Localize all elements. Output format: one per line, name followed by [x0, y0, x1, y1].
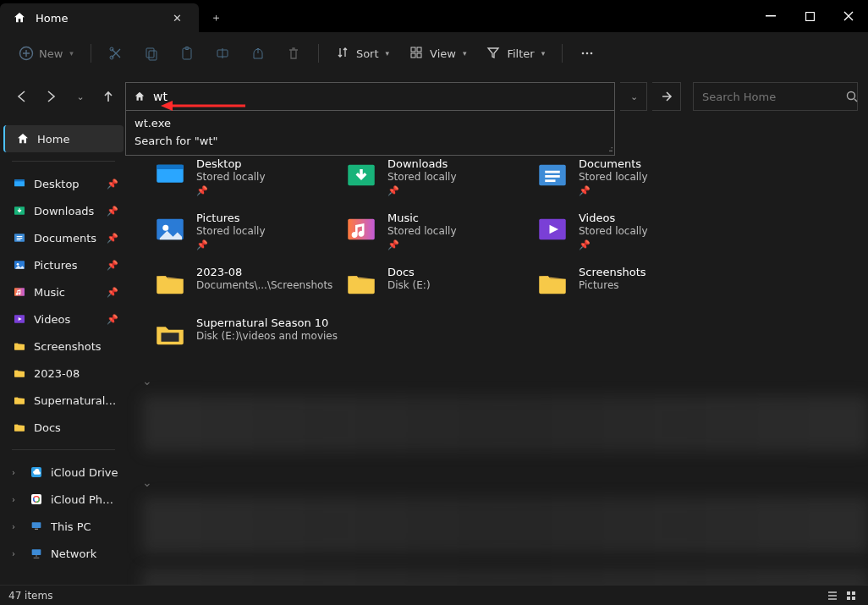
- tab-title: Home: [36, 12, 159, 25]
- sidebar-item-label: Desktop: [34, 178, 100, 190]
- svg-point-15: [586, 52, 589, 55]
- addressbar[interactable]: wt.exe Search for "wt" ..:: [125, 82, 615, 111]
- chevron-right-icon: ›: [12, 468, 20, 477]
- sidebar-item-desktop[interactable]: Desktop 📌: [0, 170, 127, 197]
- svg-rect-25: [17, 238, 23, 239]
- more-button[interactable]: [573, 41, 602, 66]
- documents-icon: [12, 230, 27, 245]
- delete-button[interactable]: [279, 41, 308, 66]
- share-button[interactable]: [244, 41, 272, 66]
- sidebar-item-network[interactable]: › Network: [0, 540, 127, 567]
- sidebar-item-label: Downloads: [34, 205, 100, 217]
- sidebar-item-this-pc[interactable]: › This PC: [0, 513, 127, 540]
- rename-icon: [215, 46, 230, 61]
- sidebar-item-home[interactable]: Home: [3, 125, 124, 152]
- pin-icon: 📌: [107, 260, 118, 271]
- folder-icon: [152, 266, 188, 301]
- blurred-row: [142, 498, 868, 553]
- address-history-button[interactable]: ⌄: [620, 82, 647, 111]
- suggestion-item[interactable]: Search for "wt": [126, 132, 614, 150]
- svg-rect-21: [14, 179, 25, 181]
- paste-button[interactable]: [173, 41, 201, 66]
- items-grid: Desktop Stored locally 📌 Downloads Store…: [152, 157, 868, 352]
- item-subtitle: Stored locally: [196, 225, 266, 237]
- folder-item[interactable]: Downloads Stored locally 📌: [343, 157, 530, 196]
- content: Desktop Stored locally 📌 Downloads Store…: [127, 118, 868, 585]
- minimize-button[interactable]: [751, 0, 790, 32]
- folder-item[interactable]: Documents Stored locally 📌: [535, 157, 721, 196]
- sidebar-item-supernatural-season-10[interactable]: Supernatural Season 10: [0, 387, 127, 414]
- folder-item[interactable]: Videos Stored locally 📌: [535, 212, 721, 250]
- svg-rect-11: [417, 47, 421, 52]
- sidebar-item-icloud-drive[interactable]: › iCloud Drive: [0, 459, 127, 486]
- back-button[interactable]: [10, 85, 34, 108]
- address-suggestions: wt.exe Search for "wt" ..:: [125, 111, 615, 156]
- item-subtitle: Documents\...\Screenshots: [196, 279, 332, 291]
- folder-item[interactable]: Pictures Stored locally 📌: [152, 212, 338, 250]
- chevron-down-icon[interactable]: ⌄: [142, 476, 868, 489]
- sidebar-item-docs[interactable]: Docs: [0, 414, 127, 441]
- svg-rect-24: [17, 236, 23, 237]
- separator: [12, 449, 115, 450]
- up-button[interactable]: [96, 85, 120, 108]
- folder-item[interactable]: Supernatural Season 10 Disk (E:)\videos …: [152, 316, 338, 352]
- plus-circle-icon: [19, 46, 34, 61]
- svg-rect-0: [766, 15, 776, 17]
- details-view-button[interactable]: [824, 588, 841, 603]
- sidebar-item-pictures[interactable]: Pictures 📌: [0, 251, 127, 278]
- pictures-icon: [152, 212, 188, 247]
- maximize-button[interactable]: [790, 0, 829, 32]
- copy-button[interactable]: [137, 41, 166, 66]
- folder-item[interactable]: Desktop Stored locally 📌: [152, 157, 338, 196]
- titlebar: Home ✕ ＋: [0, 0, 868, 32]
- svg-rect-13: [417, 53, 421, 58]
- chevron-down-icon: ▾: [69, 49, 74, 58]
- new-button[interactable]: New ▾: [12, 41, 80, 66]
- view-button[interactable]: View ▾: [403, 41, 473, 66]
- folder-item[interactable]: Music Stored locally 📌: [343, 212, 530, 250]
- sort-label: Sort: [356, 47, 379, 60]
- tab-close-button[interactable]: ✕: [168, 10, 187, 26]
- sidebar-item-icloud-photos[interactable]: › iCloud Photos: [0, 486, 127, 513]
- suggestion-item[interactable]: wt.exe: [126, 114, 614, 132]
- sidebar-item-screenshots[interactable]: Screenshots: [0, 333, 127, 360]
- sidebar-item-documents[interactable]: Documents 📌: [0, 224, 127, 251]
- searchbar[interactable]: [693, 82, 858, 111]
- icloud-drive-icon: [29, 465, 44, 480]
- folder-item[interactable]: Screenshots Pictures: [535, 266, 721, 301]
- network-icon: [29, 546, 44, 561]
- home-icon: [133, 90, 146, 103]
- filter-button[interactable]: Filter ▾: [480, 41, 552, 66]
- close-button[interactable]: [829, 0, 868, 32]
- folder-item[interactable]: Docs Disk (E:): [343, 266, 530, 301]
- sidebar-item-label: Network: [51, 547, 118, 560]
- sidebar-item-label: Documents: [34, 232, 100, 245]
- sidebar-item-2023-08[interactable]: 2023-08: [0, 360, 127, 387]
- recent-button[interactable]: ⌄: [68, 85, 91, 108]
- search-input[interactable]: [702, 91, 846, 103]
- copy-icon: [144, 46, 159, 61]
- tab-home[interactable]: Home ✕: [0, 3, 199, 32]
- item-count: 47 items: [8, 590, 52, 602]
- rename-button[interactable]: [208, 41, 237, 66]
- folder-icon: [12, 420, 27, 435]
- sidebar-item-music[interactable]: Music 📌: [0, 278, 127, 305]
- sort-button[interactable]: Sort ▾: [329, 41, 396, 66]
- pin-icon: 📌: [107, 179, 118, 190]
- new-tab-button[interactable]: ＋: [199, 3, 233, 32]
- address-go-button[interactable]: [652, 82, 681, 111]
- forward-button[interactable]: [39, 85, 63, 108]
- chevron-down-icon[interactable]: ⌄: [142, 374, 868, 388]
- icons-view-button[interactable]: [843, 588, 860, 603]
- folder-item[interactable]: 2023-08 Documents\...\Screenshots: [152, 266, 338, 301]
- navrow: ⌄ wt.exe Search for "wt" ..: ⌄: [0, 74, 868, 118]
- sidebar-item-videos[interactable]: Videos 📌: [0, 305, 127, 333]
- cut-button[interactable]: [102, 41, 130, 66]
- item-subtitle: Stored locally: [387, 225, 457, 237]
- chevron-right-icon: ›: [12, 522, 20, 531]
- home-icon: [15, 131, 30, 146]
- address-input[interactable]: [153, 90, 607, 103]
- svg-rect-53: [847, 591, 850, 595]
- item-title: Videos: [579, 212, 648, 224]
- sidebar-item-downloads[interactable]: Downloads 📌: [0, 197, 127, 224]
